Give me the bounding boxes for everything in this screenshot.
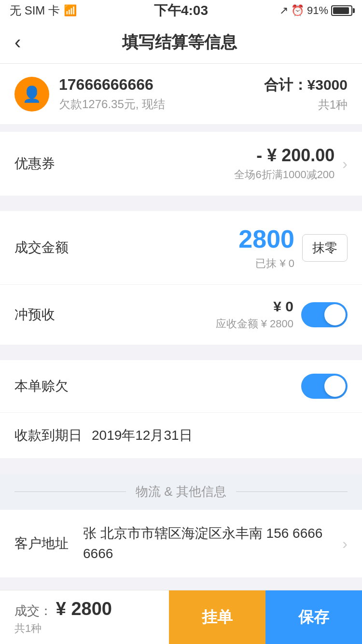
wifi-icon: 📶 xyxy=(64,4,77,17)
bottom-deal-count: 共1种 xyxy=(14,621,154,636)
save-button-label: 保存 xyxy=(298,607,329,628)
debit-label: 本单赊欠 xyxy=(14,377,69,395)
debit-section: 本单赊欠 收款到期日 2019年12月31日 xyxy=(0,360,362,458)
customer-card: 👤 17666666666 欠款1276.35元, 现结 合计：¥3000 共1… xyxy=(0,64,362,124)
debit-toggle-knob xyxy=(324,376,346,397)
deal-amount-section: 成交金额 2800 已抹 ¥ 0 抹零 冲预收 ¥ 0 应收金额 ¥ 2800 xyxy=(0,211,362,345)
prepay-amount: ¥ 0 xyxy=(216,298,293,315)
coupon-row[interactable]: 优惠券 - ¥ 200.00 全场6折满1000减200 › xyxy=(0,132,362,196)
prepay-row: 冲预收 ¥ 0 应收金额 ¥ 2800 xyxy=(0,285,362,345)
coupon-section: 优惠券 - ¥ 200.00 全场6折满1000减200 › xyxy=(0,132,362,196)
customer-phone: 17666666666 xyxy=(59,76,165,94)
debit-toggle[interactable] xyxy=(301,374,348,399)
avatar: 👤 xyxy=(14,77,49,112)
deal-amount-row: 成交金额 2800 已抹 ¥ 0 抹零 xyxy=(0,211,362,285)
deal-value: 2800 xyxy=(238,224,294,253)
prepay-label: 冲预收 xyxy=(14,306,55,324)
divider-3 xyxy=(0,466,362,474)
prepay-toggle-knob xyxy=(324,304,346,325)
address-value: 张 北京市市辖区海淀区永丰南 156 6666 6666 xyxy=(83,523,342,564)
bottom-bar: 成交： ¥ 2800 共1种 挂单 保存 xyxy=(0,590,362,644)
deal-amount-label: 成交金额 xyxy=(14,238,69,257)
due-date-value: 2019年12月31日 xyxy=(92,426,193,445)
debit-right xyxy=(301,374,348,399)
hang-button-label: 挂单 xyxy=(202,607,233,628)
bottom-deal-line: 成交： ¥ 2800 xyxy=(14,599,154,619)
hang-button[interactable]: 挂单 xyxy=(169,590,265,644)
battery-icon xyxy=(331,5,352,16)
divider-1 xyxy=(0,203,362,211)
debit-row: 本单赊欠 xyxy=(0,360,362,413)
bottom-summary: 成交： ¥ 2800 共1种 xyxy=(0,599,169,636)
coupon-desc: 全场6折满1000减200 xyxy=(234,168,334,182)
prepay-sub: 应收金额 ¥ 2800 xyxy=(216,317,293,331)
alarm-icon: ⏰ xyxy=(291,4,304,17)
status-time: 下午4:03 xyxy=(154,1,208,20)
coupon-amount-block: - ¥ 200.00 全场6折满1000减200 xyxy=(234,145,334,182)
total-count: 共1种 xyxy=(264,97,348,112)
page-title: 填写结算等信息 xyxy=(30,31,328,54)
header-line-left xyxy=(14,491,126,492)
avatar-icon: 👤 xyxy=(22,85,42,103)
coupon-label: 优惠券 xyxy=(14,154,55,173)
header-line-right xyxy=(236,491,348,492)
section-header-text: 物流 & 其他信息 xyxy=(136,483,226,500)
address-label: 客户地址 xyxy=(14,534,69,553)
carrier-text: 无 SIM 卡 xyxy=(10,3,60,18)
location-icon: ↗ xyxy=(279,4,288,17)
deal-sub: 已抹 ¥ 0 xyxy=(238,256,294,271)
prepay-right: ¥ 0 应收金额 ¥ 2800 xyxy=(216,298,348,331)
nav-bar: ‹ 填写结算等信息 xyxy=(0,21,362,64)
status-right: ↗ ⏰ 91% xyxy=(279,4,352,17)
coupon-right: - ¥ 200.00 全场6折满1000减200 › xyxy=(234,145,348,182)
customer-total: 合计：¥3000 共1种 xyxy=(264,75,348,112)
total-value: 合计：¥3000 xyxy=(264,75,348,95)
logistics-section-header: 物流 & 其他信息 xyxy=(0,474,362,510)
divider-2 xyxy=(0,352,362,360)
battery-percent: 91% xyxy=(307,4,328,17)
customer-left: 👤 17666666666 欠款1276.35元, 现结 xyxy=(14,76,165,112)
deal-value-block: 2800 已抹 ¥ 0 xyxy=(238,224,294,271)
prepay-block: ¥ 0 应收金额 ¥ 2800 xyxy=(216,298,293,331)
back-button[interactable]: ‹ xyxy=(14,31,21,53)
bottom-deal-amount: ¥ 2800 xyxy=(56,599,112,619)
status-bar: 无 SIM 卡 📶 下午4:03 ↗ ⏰ 91% xyxy=(0,0,362,21)
due-date-label: 收款到期日 xyxy=(14,426,82,445)
address-row[interactable]: 客户地址 张 北京市市辖区海淀区永丰南 156 6666 6666 › xyxy=(0,510,362,577)
deal-amount-right: 2800 已抹 ¥ 0 抹零 xyxy=(238,224,348,271)
coupon-amount: - ¥ 200.00 xyxy=(234,145,334,166)
content-area: 👤 17666666666 欠款1276.35元, 现结 合计：¥3000 共1… xyxy=(0,64,362,644)
address-chevron-icon: › xyxy=(342,535,348,553)
coupon-chevron-icon: › xyxy=(342,155,348,173)
status-left: 无 SIM 卡 📶 xyxy=(10,3,77,18)
customer-sub-text: 欠款1276.35元, 现结 xyxy=(59,97,165,112)
due-date-row: 收款到期日 2019年12月31日 xyxy=(0,413,362,458)
round-button[interactable]: 抹零 xyxy=(302,234,348,262)
save-button[interactable]: 保存 xyxy=(265,590,362,644)
prepay-toggle[interactable] xyxy=(301,302,348,327)
customer-info: 17666666666 欠款1276.35元, 现结 xyxy=(59,76,165,112)
bottom-deal-label: 成交： xyxy=(14,603,52,618)
